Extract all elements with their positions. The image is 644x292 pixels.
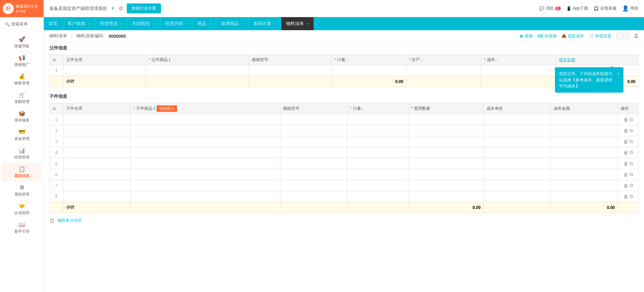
child-row-unit-cost[interactable] bbox=[483, 136, 550, 147]
sidebar-item-guide[interactable]: 📖 新手引导 bbox=[1, 219, 42, 237]
child-info-icon[interactable]: ℹ bbox=[153, 106, 155, 111]
child-row-qty[interactable] bbox=[408, 114, 483, 125]
child-row-product[interactable] bbox=[131, 147, 280, 158]
tooltip-close-button[interactable]: × bbox=[617, 71, 619, 77]
child-row-unit-cost[interactable] bbox=[483, 147, 550, 158]
trial-button[interactable]: 体验行业方案 bbox=[127, 3, 161, 13]
parent-settings-gear-icon[interactable]: ⚙ bbox=[52, 58, 56, 62]
delete-icon[interactable]: 🗑 bbox=[623, 150, 628, 155]
message-button[interactable]: 💬 消息 6 bbox=[539, 5, 561, 11]
child-row-unit-cost[interactable] bbox=[483, 180, 550, 191]
child-row-cost-amount[interactable] bbox=[550, 114, 618, 125]
child-row-qty[interactable] bbox=[408, 136, 483, 147]
child-row-warehouse[interactable] bbox=[63, 147, 131, 158]
user-button[interactable]: 👤 用友 bbox=[622, 5, 639, 12]
copy-icon[interactable]: ⧉ bbox=[630, 117, 633, 122]
tab-profit[interactable]: 利润报告 × bbox=[128, 17, 160, 30]
sidebar-item-quick-nav[interactable]: 🚀 快捷导航 bbox=[1, 33, 42, 51]
tab-barcode[interactable]: 条码方案 × bbox=[249, 17, 281, 30]
child-row-warehouse[interactable] bbox=[63, 180, 131, 191]
copy-icon[interactable]: ⧉ bbox=[630, 172, 633, 177]
child-row-warehouse[interactable] bbox=[63, 136, 131, 147]
sidebar-item-sales[interactable]: 💰 销售管理 bbox=[1, 70, 42, 89]
copy-icon[interactable]: ⧉ bbox=[630, 183, 633, 188]
child-row-cost-amount[interactable] bbox=[550, 180, 618, 191]
child-row-spec[interactable] bbox=[280, 180, 347, 191]
child-row-unit-cost[interactable] bbox=[483, 158, 550, 169]
child-row-unit[interactable] bbox=[347, 114, 408, 125]
child-row-unit[interactable] bbox=[347, 158, 408, 169]
parent-row-cost[interactable] bbox=[481, 65, 556, 76]
child-row-unit[interactable] bbox=[347, 136, 408, 147]
info-icon[interactable]: ℹ bbox=[169, 57, 171, 62]
child-row-product[interactable] bbox=[131, 114, 280, 125]
child-row-cost-amount[interactable] bbox=[550, 191, 618, 202]
child-row-product[interactable] bbox=[131, 136, 280, 147]
shortcut-button[interactable]: ⌨ 快捷键 bbox=[537, 33, 557, 39]
child-settings-gear-icon[interactable]: ⚙ bbox=[52, 106, 56, 111]
sidebar-item-inventory[interactable]: 📦 库存核算 bbox=[1, 107, 42, 126]
child-row-cost-amount[interactable] bbox=[550, 158, 618, 169]
sidebar-item-purchase[interactable]: 🛒 采购管理 bbox=[1, 89, 42, 107]
child-row-unit-cost[interactable] bbox=[483, 169, 550, 180]
child-row-spec[interactable] bbox=[280, 125, 347, 136]
child-row-spec[interactable] bbox=[280, 136, 347, 147]
parent-row-unit[interactable] bbox=[331, 65, 406, 76]
child-row-product[interactable] bbox=[131, 158, 280, 169]
child-row-cost-amount[interactable] bbox=[550, 169, 618, 180]
child-row-product[interactable] bbox=[131, 191, 280, 202]
child-row-cost-amount[interactable] bbox=[550, 136, 618, 147]
child-row-qty[interactable] bbox=[408, 147, 483, 158]
child-row-product[interactable] bbox=[131, 125, 280, 136]
delete-icon[interactable]: 🗑 bbox=[623, 183, 628, 188]
parent-row-warehouse[interactable] bbox=[63, 65, 146, 76]
search-menu-container[interactable]: 🔍 搜索菜单 bbox=[0, 17, 44, 32]
sidebar-item-system[interactable]: ⚙ 系统管理 bbox=[1, 182, 42, 200]
tab-bom-close[interactable]: × bbox=[307, 22, 309, 26]
parent-row-spec[interactable] bbox=[249, 65, 331, 76]
copy-icon[interactable]: ⧉ bbox=[630, 139, 633, 144]
tab-history-close[interactable]: × bbox=[186, 22, 188, 26]
sidebar-item-marketing[interactable]: 📢 营销推广 bbox=[1, 52, 42, 70]
child-row-unit[interactable] bbox=[347, 191, 408, 202]
copy-icon[interactable]: ⧉ bbox=[630, 128, 633, 133]
settings-icon[interactable]: ⚙ bbox=[119, 5, 123, 12]
child-row-product[interactable] bbox=[131, 169, 280, 180]
extract-cost-button[interactable]: 📥 提取成本 bbox=[561, 33, 584, 39]
delete-icon[interactable]: 🗑 bbox=[623, 139, 628, 144]
tab-history[interactable]: 经营历程 × bbox=[160, 17, 193, 30]
delete-icon[interactable]: 🗑 bbox=[623, 128, 628, 133]
tab-new-product-close[interactable]: × bbox=[242, 22, 244, 26]
tab-bom[interactable]: 物料清单 × bbox=[281, 17, 314, 30]
close-all-tabs[interactable]: ✕ bbox=[634, 21, 644, 26]
child-row-unit-cost[interactable] bbox=[483, 114, 550, 125]
child-row-qty[interactable] bbox=[408, 180, 483, 191]
scan-input-button[interactable]: 扫码录入 bbox=[157, 105, 177, 112]
tab-new-product[interactable]: 新增商品 × bbox=[216, 17, 249, 30]
copy-icon[interactable]: ⧉ bbox=[630, 161, 633, 166]
search-menu-item[interactable]: 🔍 搜索菜单 bbox=[3, 20, 41, 28]
tab-products-close[interactable]: × bbox=[209, 22, 211, 26]
tab-operations[interactable]: 经营情况 × bbox=[95, 17, 128, 30]
child-row-spec[interactable] bbox=[280, 158, 347, 169]
child-row-spec[interactable] bbox=[280, 147, 347, 158]
child-row-unit-cost[interactable] bbox=[483, 125, 550, 136]
app-download-button[interactable]: 📱 App下载 bbox=[566, 5, 588, 11]
child-row-qty[interactable] bbox=[408, 191, 483, 202]
parent-row-production[interactable] bbox=[406, 65, 481, 76]
tab-operations-close[interactable]: × bbox=[121, 22, 123, 26]
tab-barcode-close[interactable]: × bbox=[274, 22, 276, 26]
tab-home[interactable]: 首页 bbox=[44, 17, 63, 30]
view-toggle[interactable]: ☰ bbox=[634, 33, 639, 39]
child-row-qty[interactable] bbox=[408, 158, 483, 169]
online-service-button[interactable]: 🎧 在线客服 bbox=[594, 5, 617, 11]
list-view-icon[interactable]: ☰ bbox=[634, 33, 639, 39]
tab-customer[interactable]: 客户联络 × bbox=[63, 17, 95, 30]
tab-products[interactable]: 商品 × bbox=[193, 17, 216, 30]
scroll-left-button[interactable]: ‹ bbox=[616, 33, 622, 39]
child-row-spec[interactable] bbox=[280, 191, 347, 202]
child-row-unit[interactable] bbox=[347, 169, 408, 180]
delete-icon[interactable]: 🗑 bbox=[623, 194, 628, 199]
delete-icon[interactable]: 🗑 bbox=[623, 161, 628, 166]
child-row-cost-amount[interactable] bbox=[550, 147, 618, 158]
